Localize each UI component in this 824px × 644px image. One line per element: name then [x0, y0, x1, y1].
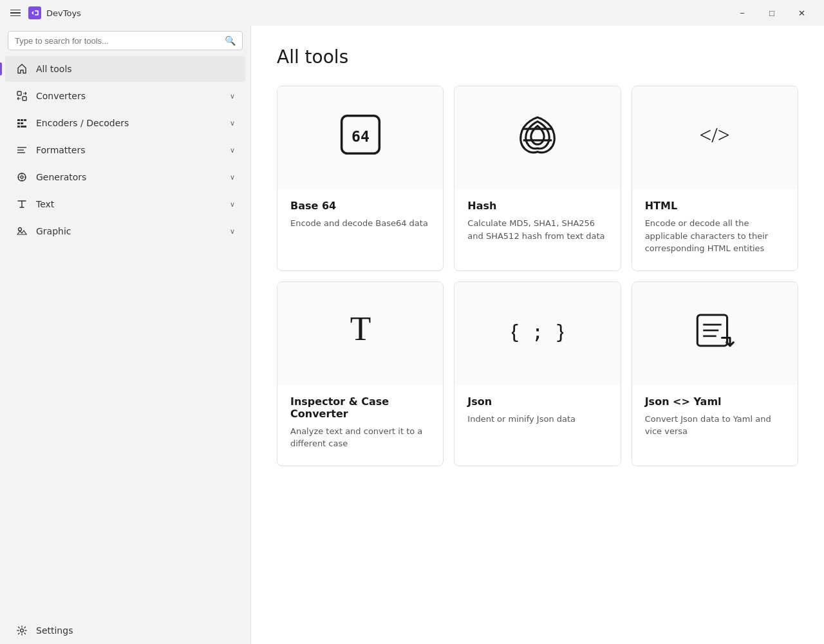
tool-card-inspector[interactable]: T Inspector & Case Converter Analyze tex… — [277, 281, 444, 466]
text-chevron: ∨ — [230, 200, 235, 209]
svg-rect-4 — [24, 119, 26, 121]
generators-icon — [15, 171, 28, 184]
maximize-button[interactable]: □ — [757, 3, 787, 23]
hash-icon-area — [454, 86, 620, 189]
main-content: All tools 64 Base 64 Encode and decode B… — [251, 26, 824, 644]
base64-icon: 64 — [335, 109, 386, 167]
graphic-chevron: ∨ — [230, 227, 235, 236]
app-logo — [28, 6, 41, 19]
base64-card-body: Base 64 Encode and decode Base64 data — [277, 189, 443, 245]
sidebar-item-text[interactable]: Text ∨ — [5, 191, 245, 217]
text-label: Text — [36, 199, 222, 209]
text-nav-icon — [15, 198, 28, 211]
json-card-body: Json Indent or minify Json data — [454, 385, 620, 441]
tool-card-json[interactable]: { ; } Json Indent or minify Json data — [454, 281, 621, 466]
svg-text:T: T — [350, 309, 371, 348]
graphic-label: Graphic — [36, 226, 222, 236]
tool-card-json-yaml[interactable]: Json <> Yaml Convert Json data to Yaml a… — [632, 281, 798, 466]
settings-icon — [15, 624, 28, 637]
all-tools-label: All tools — [36, 64, 235, 74]
svg-text:</>: </> — [700, 123, 730, 147]
json-icon: { ; } — [512, 305, 563, 363]
svg-point-14 — [19, 228, 22, 231]
tool-card-html[interactable]: </> HTML Encode or decode all the applic… — [632, 86, 798, 271]
json-desc: Indent or minify Json data — [467, 413, 607, 426]
minimize-button[interactable]: − — [727, 3, 757, 23]
encoders-icon — [15, 117, 28, 129]
window-controls: − □ ✕ — [727, 3, 816, 23]
graphic-nav-icon — [15, 225, 28, 238]
base64-title: Base 64 — [290, 200, 430, 212]
html-title: HTML — [645, 200, 785, 212]
formatters-chevron: ∨ — [230, 146, 235, 155]
tool-card-base64[interactable]: 64 Base 64 Encode and decode Base64 data — [277, 86, 444, 271]
sidebar: 🔍 All tools Converters — [0, 26, 251, 644]
svg-point-13 — [21, 176, 23, 178]
html-card-body: HTML Encode or decode all the applicable… — [632, 189, 798, 270]
hash-title: Hash — [467, 200, 607, 212]
page-title: All tools — [277, 46, 798, 68]
json-yaml-desc: Convert Json data to Yaml and vice versa — [645, 413, 785, 438]
app-title: DevToys — [46, 8, 81, 18]
html-icon-area: </> — [632, 86, 798, 189]
generators-label: Generators — [36, 172, 222, 182]
sidebar-item-encoders-decoders[interactable]: Encoders / Decoders ∨ — [5, 110, 245, 136]
inspector-title: Inspector & Case Converter — [290, 395, 430, 420]
sidebar-item-settings[interactable]: Settings — [5, 618, 245, 643]
inspector-card-body: Inspector & Case Converter Analyze text … — [277, 385, 443, 466]
search-container: 🔍 — [0, 26, 250, 55]
svg-text:{ ; }: { ; } — [512, 321, 563, 343]
base64-desc: Encode and decode Base64 data — [290, 217, 430, 230]
encoders-label: Encoders / Decoders — [36, 118, 222, 128]
close-button[interactable]: ✕ — [787, 3, 816, 23]
search-icon: 🔍 — [225, 35, 236, 46]
inspector-desc: Analyze text and convert it to a differe… — [290, 425, 430, 450]
svg-point-15 — [21, 629, 24, 632]
json-yaml-icon-area — [632, 282, 798, 385]
generators-chevron: ∨ — [230, 173, 235, 182]
hash-desc: Calculate MD5, SHA1, SHA256 and SHA512 h… — [467, 217, 607, 242]
json-title: Json — [467, 395, 607, 408]
tools-grid: 64 Base 64 Encode and decode Base64 data — [277, 86, 798, 466]
converters-chevron: ∨ — [230, 92, 235, 100]
search-input[interactable] — [15, 36, 220, 46]
sidebar-item-generators[interactable]: Generators ∨ — [5, 164, 245, 190]
svg-text:64: 64 — [351, 128, 370, 145]
sidebar-item-all-tools[interactable]: All tools — [5, 56, 245, 82]
hash-card-body: Hash Calculate MD5, SHA1, SHA256 and SHA… — [454, 189, 620, 258]
json-yaml-card-body: Json <> Yaml Convert Json data to Yaml a… — [632, 385, 798, 453]
svg-rect-0 — [17, 91, 21, 95]
svg-rect-3 — [21, 119, 23, 121]
nav-spacer — [0, 245, 250, 618]
hash-icon — [512, 109, 563, 167]
svg-rect-2 — [17, 119, 20, 121]
svg-rect-7 — [17, 126, 20, 128]
converters-icon — [15, 90, 28, 102]
sidebar-item-graphic[interactable]: Graphic ∨ — [5, 218, 245, 244]
json-yaml-title: Json <> Yaml — [645, 395, 785, 408]
converters-label: Converters — [36, 91, 222, 101]
encoders-chevron: ∨ — [230, 119, 235, 128]
sidebar-item-converters[interactable]: Converters ∨ — [5, 83, 245, 109]
inspector-icon-area: T — [277, 282, 443, 385]
formatters-label: Formatters — [36, 145, 222, 155]
app-body: 🔍 All tools Converters — [0, 26, 824, 644]
home-icon — [15, 62, 28, 75]
menu-icon[interactable] — [8, 7, 23, 19]
titlebar: DevToys − □ ✕ — [0, 0, 824, 26]
inspector-icon: T — [335, 305, 386, 363]
search-box: 🔍 — [8, 31, 243, 50]
json-yaml-icon — [689, 305, 740, 363]
html-desc: Encode or decode all the applicable char… — [645, 217, 785, 255]
tool-card-hash[interactable]: Hash Calculate MD5, SHA1, SHA256 and SHA… — [454, 86, 621, 271]
sidebar-item-formatters[interactable]: Formatters ∨ — [5, 137, 245, 163]
base64-icon-area: 64 — [277, 86, 443, 189]
settings-label: Settings — [36, 625, 235, 636]
svg-rect-6 — [21, 122, 23, 124]
formatters-icon — [15, 144, 28, 156]
svg-rect-1 — [23, 97, 26, 100]
html-icon: </> — [689, 109, 740, 167]
svg-rect-8 — [21, 126, 26, 128]
svg-rect-5 — [17, 122, 20, 124]
json-icon-area: { ; } — [454, 282, 620, 385]
